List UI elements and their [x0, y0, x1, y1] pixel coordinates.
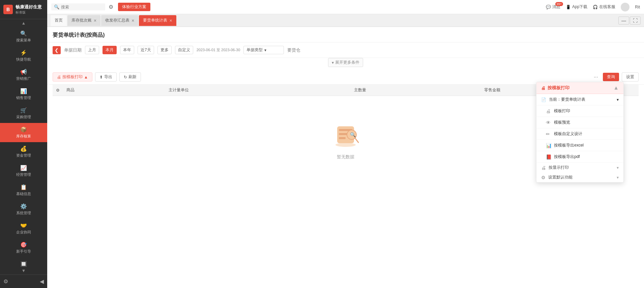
display-print-icon: 🖨 [541, 165, 546, 170]
sidebar-logo: B 畅康通好生意 标准版 [0, 0, 47, 19]
template-preview-label: 模板预览 [554, 120, 570, 125]
date-btn-more[interactable]: 更多 [157, 46, 172, 54]
settings-footer-btn[interactable]: ⚙ [3, 278, 8, 285]
current-template-label: 当前：要货单统计表 [549, 97, 585, 102]
tab-home[interactable]: 首页 [51, 15, 67, 26]
sidebar-item-basic-info[interactable]: 📋 基础信息 [0, 181, 47, 200]
date-btn-this-month[interactable]: 本月 [103, 46, 117, 54]
set-default-arrow: ▾ [617, 175, 619, 180]
online-service-label: 在线客服 [599, 4, 615, 10]
date-btn-this-year[interactable]: 本年 [120, 46, 134, 54]
sidebar-item-sales[interactable]: 📊 销售管理 [0, 85, 47, 104]
empty-text: 暂无数据 [337, 154, 354, 160]
dropdown-template-custom[interactable]: ✏ 模板自定义设计 [536, 128, 623, 140]
sidebar-logo-text: 畅康通好生意 标准版 [16, 4, 42, 15]
gear-icon[interactable]: ⚙ [109, 4, 113, 10]
tab-order-stats-close[interactable]: × [169, 18, 172, 23]
dropdown-display-print[interactable]: 🖨 按显示打印 ▾ [536, 163, 623, 172]
refresh-btn[interactable]: ↻ 刷新 [119, 72, 141, 82]
goods-label: 要货仓 [287, 47, 300, 53]
filter-bar: ❮ 单据日期 上月 本月 本年 近7天 更多 自定义 2023-06-01 至 … [47, 42, 644, 58]
sidebar-item-search[interactable]: 🔍 搜索菜单 [0, 27, 47, 46]
purchase-icon: 🛒 [20, 107, 27, 114]
sidebar-item-label: 系统管理 [16, 211, 31, 216]
sidebar-item-cooperation[interactable]: 🤝 企业协同 [0, 219, 47, 238]
template-excel-icon: 📊 [546, 143, 551, 148]
filter-collapse-btn[interactable]: ❮ [53, 46, 61, 54]
expand-filter-btn[interactable]: ▾ 展开更多条件 [328, 58, 363, 67]
print-dropdown-arrow: ▲ [84, 75, 88, 79]
sidebar: B 畅康通好生意 标准版 ▲ 🔍 搜索菜单 ⚡ 快捷导航 📢 营销推广 📊 销售… [0, 0, 47, 288]
app-download-action[interactable]: 📱 App下载 [566, 4, 587, 10]
sidebar-item-marketing[interactable]: 📢 营销推广 [0, 65, 47, 85]
th-goods: 商品 [63, 85, 165, 96]
settings-btn[interactable]: 设置 [622, 72, 639, 82]
sidebar-item-inventory[interactable]: 📦 库存核算 [0, 123, 47, 142]
collapse-sidebar-btn[interactable]: ◀ [40, 278, 44, 285]
export-icon: ⬆ [99, 75, 103, 79]
query-btn[interactable]: 查询 [603, 73, 619, 81]
date-btn-custom[interactable]: 自定义 [175, 46, 193, 54]
sidebar-item-label: 采购管理 [16, 115, 31, 120]
page-header: 要货单统计表(按商品) [47, 27, 644, 42]
sidebar-item-purchase[interactable]: 🛒 采购管理 [0, 104, 47, 123]
sidebar-item-label: 新手引导 [16, 249, 31, 254]
tab-collection-summary-close[interactable]: × [131, 18, 134, 23]
th-settings[interactable]: ⚙ [53, 85, 63, 96]
tab-expand-btn[interactable]: ⛶ [630, 17, 641, 25]
topbar-search-box[interactable]: 🔍 [51, 3, 105, 10]
template-excel-label: 按模板导出excel [554, 142, 584, 148]
sidebar-item-operations[interactable]: 📈 经营管理 [0, 161, 47, 181]
set-default-icon: ⚙ [541, 175, 546, 180]
type-filter-select[interactable]: 单据类型 ▾ [243, 46, 284, 54]
tab-batch-accounts[interactable]: 库存批次账 × [67, 15, 100, 26]
dropdown-template-pdf[interactable]: 📕 按模板导出pdf [536, 151, 623, 163]
sidebar-item-system[interactable]: ⚙️ 系统管理 [0, 200, 47, 219]
sidebar-item-app-center[interactable]: 🔲 应用中心 [0, 257, 47, 267]
dropdown-close-btn[interactable]: ▲ [613, 85, 619, 91]
display-print-arrow: ▾ [617, 165, 619, 170]
expand-label: 展开更多条件 [335, 60, 359, 65]
online-service-action[interactable]: 🎧 在线客服 [593, 4, 615, 10]
export-btn[interactable]: ⬆ 导出 [95, 72, 117, 82]
sidebar-item-finance[interactable]: 💰 资金管理 [0, 142, 47, 161]
chevron-down-icon: ▾ [332, 60, 334, 65]
template-pdf-label: 按模板导出pdf [554, 154, 580, 160]
basic-info-icon: 📋 [20, 184, 27, 190]
tab-collection-summary-label: 收发存汇总表 [105, 18, 129, 23]
sidebar-item-label: 营销推广 [16, 76, 31, 81]
trial-btn[interactable]: 体验行业方案 [118, 3, 150, 11]
dropdown-title: 🖨 按模板打印 [541, 85, 569, 91]
template-print-icon: 🖨 [546, 108, 551, 114]
expand-filter-row: ▾ 展开更多条件 [47, 58, 644, 70]
more-options-icon[interactable]: ··· [594, 74, 598, 80]
tab-order-stats[interactable]: 要货单统计表 × [139, 15, 176, 26]
print-btn[interactable]: 🖨 按模板打印 ▲ [53, 72, 92, 82]
tab-minimize-btn[interactable]: — [618, 17, 629, 25]
date-btn-last-month[interactable]: 上月 [85, 46, 99, 54]
tab-collection-summary[interactable]: 收发存汇总表 × [101, 15, 138, 26]
app-download-label: App下载 [572, 4, 587, 10]
template-custom-icon: ✏ [546, 131, 551, 137]
dropdown-template-preview[interactable]: 👁 模板预览 [536, 117, 623, 128]
sidebar-item-quick-nav[interactable]: ⚡ 快捷导航 [0, 46, 47, 65]
search-input[interactable] [61, 5, 103, 9]
th-quantity: 主数量 [351, 85, 480, 96]
brand-name: 畅康通好生意 [16, 4, 42, 10]
sidebar-scroll-up[interactable]: ▲ [0, 19, 47, 27]
dropdown-template-excel[interactable]: 📊 按模板导出excel [536, 140, 623, 151]
print-dropdown-menu: 🖨 按模板打印 ▲ 📄 当前：要货单统计表 ▾ 🖨 模板打印 👁 模板预览 [536, 82, 624, 183]
message-action[interactable]: 💬 消息 99+ [546, 4, 560, 10]
sidebar-item-label: 库存核算 [16, 134, 31, 139]
tab-batch-accounts-label: 库存批次账 [71, 18, 92, 23]
dropdown-set-default[interactable]: ⚙ 设置默认功能 ▾ [536, 172, 623, 182]
current-chevron-icon: ▾ [617, 97, 619, 102]
date-btn-7days[interactable]: 近7天 [138, 46, 154, 54]
sidebar-item-guide[interactable]: 🎯 新手引导 [0, 238, 47, 257]
dropdown-current-item[interactable]: 📄 当前：要货单统计表 ▾ [536, 94, 623, 105]
dropdown-template-print[interactable]: 🖨 模板打印 [536, 105, 623, 117]
user-avatar[interactable] [621, 3, 630, 11]
tab-bar: 首页 库存批次账 × 收发存汇总表 × 要货单统计表 × — ⛶ [47, 14, 644, 27]
tab-batch-accounts-close[interactable]: × [94, 18, 96, 23]
sidebar-scroll-down[interactable]: ▼ [0, 267, 47, 275]
